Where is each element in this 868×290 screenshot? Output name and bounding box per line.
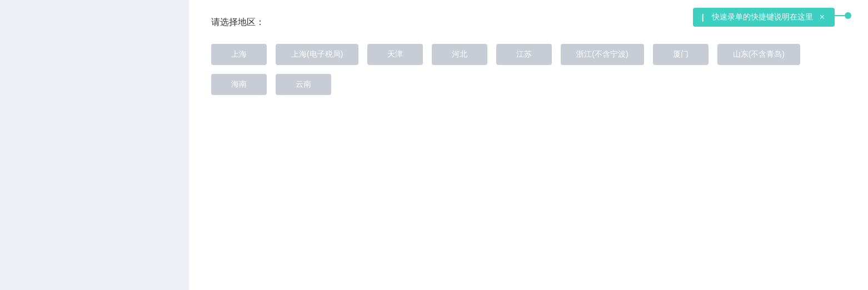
region-btn-shandong[interactable]: 山东(不含青岛) bbox=[717, 44, 800, 65]
region-btn-jiangsu[interactable]: 江苏 bbox=[496, 44, 552, 65]
region-btn-yunnan[interactable]: 云南 bbox=[276, 74, 331, 95]
left-sidebar bbox=[0, 0, 189, 290]
region-buttons-container: 上海上海(电子税局)天津河北江苏浙江(不含宁波)厦门山东(不含青岛)海南云南 bbox=[211, 44, 846, 95]
tooltip-line bbox=[835, 15, 845, 16]
tooltip-dot bbox=[845, 12, 851, 19]
tooltip-bar: 快速录单的快捷键说明在这里 × bbox=[693, 8, 835, 27]
region-btn-hainan[interactable]: 海南 bbox=[211, 74, 267, 95]
region-btn-shanghai-etax[interactable]: 上海(电子税局) bbox=[276, 44, 358, 65]
region-btn-xiamen[interactable]: 厦门 bbox=[653, 44, 709, 65]
region-btn-shanghai[interactable]: 上海 bbox=[211, 44, 267, 65]
region-btn-tianjin[interactable]: 天津 bbox=[367, 44, 423, 65]
region-btn-hebei[interactable]: 河北 bbox=[432, 44, 487, 65]
main-content: 请选择地区： 上海上海(电子税局)天津河北江苏浙江(不含宁波)厦门山东(不含青岛… bbox=[189, 0, 868, 290]
tooltip-text: 快速录单的快捷键说明在这里 bbox=[712, 12, 813, 22]
region-btn-zhejiang[interactable]: 浙江(不含宁波) bbox=[561, 44, 643, 65]
tooltip-close-button[interactable]: × bbox=[819, 12, 826, 22]
